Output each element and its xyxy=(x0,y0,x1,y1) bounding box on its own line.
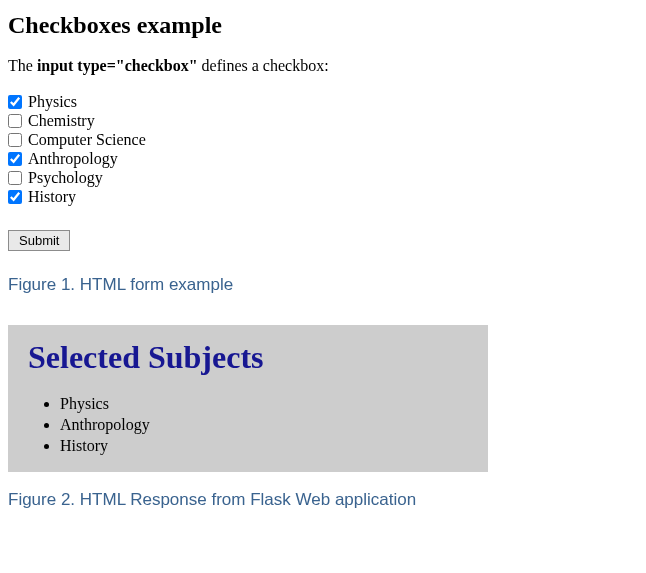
checkbox-input[interactable] xyxy=(8,133,22,147)
checkbox-label: Chemistry xyxy=(28,112,95,130)
checkbox-input[interactable] xyxy=(8,114,22,128)
intro-code: input type="checkbox" xyxy=(37,57,198,74)
checkbox-input[interactable] xyxy=(8,152,22,166)
intro-prefix: The xyxy=(8,57,37,74)
checkbox-label: History xyxy=(28,188,76,206)
checkbox-row: Physics xyxy=(8,93,638,111)
checkbox-row: History xyxy=(8,188,638,206)
selected-subjects-panel: Selected Subjects PhysicsAnthropologyHis… xyxy=(8,325,488,472)
checkbox-input[interactable] xyxy=(8,171,22,185)
checkbox-list: PhysicsChemistryComputer ScienceAnthropo… xyxy=(8,93,638,206)
checkbox-row: Psychology xyxy=(8,169,638,187)
checkbox-label: Physics xyxy=(28,93,77,111)
checkbox-row: Chemistry xyxy=(8,112,638,130)
selected-subjects-list: PhysicsAnthropologyHistory xyxy=(42,394,468,456)
selected-item: History xyxy=(60,436,468,457)
checkbox-label: Psychology xyxy=(28,169,103,187)
checkbox-label: Computer Science xyxy=(28,131,146,149)
checkbox-input[interactable] xyxy=(8,190,22,204)
selected-item: Anthropology xyxy=(60,415,468,436)
figure-2-caption: Figure 2. HTML Response from Flask Web a… xyxy=(8,490,638,510)
selected-item: Physics xyxy=(60,394,468,415)
checkbox-row: Computer Science xyxy=(8,131,638,149)
submit-button[interactable]: Submit xyxy=(8,230,70,251)
checkbox-input[interactable] xyxy=(8,95,22,109)
selected-subjects-title: Selected Subjects xyxy=(28,339,468,376)
checkbox-row: Anthropology xyxy=(8,150,638,168)
page-title: Checkboxes example xyxy=(8,12,638,39)
checkbox-label: Anthropology xyxy=(28,150,118,168)
intro-suffix: defines a checkbox: xyxy=(198,57,329,74)
figure-1-caption: Figure 1. HTML form example xyxy=(8,275,638,295)
intro-text: The input type="checkbox" defines a chec… xyxy=(8,57,638,75)
